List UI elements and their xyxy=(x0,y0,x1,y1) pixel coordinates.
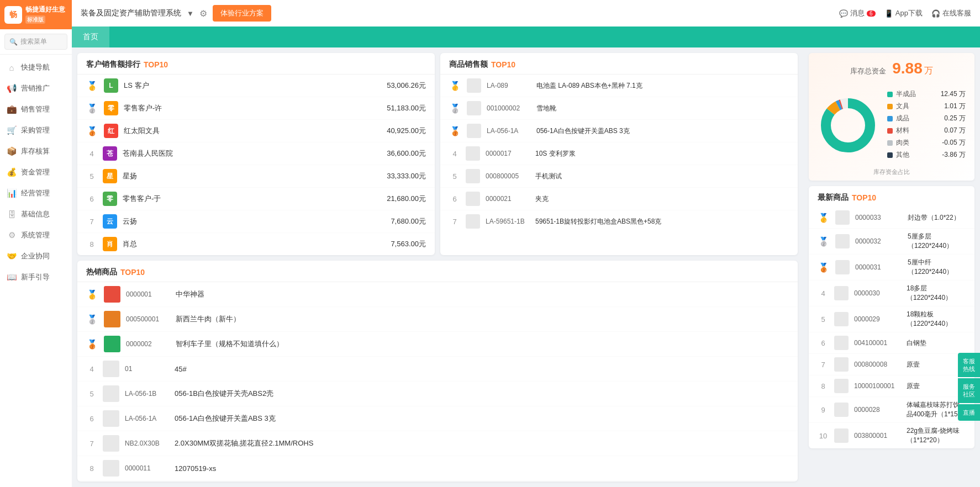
customer-amount-5: 33,333.00元 xyxy=(387,171,426,181)
sidebar-label-system: 系统管理 xyxy=(21,230,50,240)
sidebar-item-quicknav[interactable]: ⌂ 快捷导航 xyxy=(0,57,72,78)
customer-amount-7: 7,680.00元 xyxy=(391,216,426,226)
legend-name-stationery: 文具 xyxy=(896,102,941,111)
sidebar-item-inventory[interactable]: 📦 库存核算 xyxy=(0,141,72,162)
newest-products-list: 🥇 0000033 封边带（1.0*22） 🥈 0000032 5厘多层（122… xyxy=(809,207,974,448)
product-name-4: 10S 变利罗浆 xyxy=(535,149,789,158)
legend-val-other: -3.86 万 xyxy=(942,150,966,160)
sidebar-search[interactable]: 🔍 搜索菜单 xyxy=(0,29,72,55)
customer-rank-row: 5 星 星扬 33,333.00元 xyxy=(77,165,435,188)
product-rank-row: 🥇 LA-089 电池盖 LA-089 ABS本色+黑种 7.1克 xyxy=(440,75,798,97)
sidebar-nav: ⌂ 快捷导航 📢 营销推广 💼 销售管理 🛒 采购管理 📦 库存核算 💰 资金管… xyxy=(0,55,72,487)
service-hotline-btn[interactable]: 客服热线 xyxy=(958,353,980,378)
sidebar-item-finance[interactable]: 💰 资金管理 xyxy=(0,162,72,183)
product-code-2: 001000002 xyxy=(487,104,531,112)
sidebar-label-finance: 资金管理 xyxy=(21,167,50,177)
sidebar-item-purchase[interactable]: 🛒 采购管理 xyxy=(0,120,72,141)
header-title: 装备及固定资产辅助管理系统 xyxy=(81,8,181,18)
customer-amount-1: 53,006.26元 xyxy=(387,81,426,91)
newest-name-8: 原壹 xyxy=(907,382,966,391)
product-img-6 xyxy=(466,192,480,206)
customer-rank-row: 6 零 零售客户-于 21,680.00元 xyxy=(77,188,435,210)
customer-avatar-6: 零 xyxy=(103,192,117,206)
hot-product-img-1 xyxy=(104,286,120,303)
newest-code-9: 0000028 xyxy=(854,406,901,414)
customer-amount-6: 21,680.00元 xyxy=(387,194,426,204)
service-live-btn[interactable]: 直播 xyxy=(958,404,980,421)
tab-home[interactable]: 首页 xyxy=(72,27,109,47)
sidebar-item-marketing[interactable]: 📢 营销推广 xyxy=(0,78,72,99)
product-rank-row: 4 0000017 10S 变利罗浆 xyxy=(440,142,798,165)
hot-product-img-5 xyxy=(103,385,119,402)
app-download-btn[interactable]: 📱 App下载 xyxy=(884,8,923,18)
customer-amount-3: 40,925.00元 xyxy=(387,126,426,136)
logo-text: 畅捷通好生意 标准版 xyxy=(25,6,65,24)
rank-num-8: 8 xyxy=(86,240,97,248)
legend-name-meat: 肉类 xyxy=(896,138,939,147)
customer-ranking-card: 客户销售额排行 TOP10 🥇 L LS 客户 53,006.26元 🥈 xyxy=(77,53,435,255)
rank-num-4: 4 xyxy=(86,150,97,158)
customer-avatar-7: 云 xyxy=(103,214,117,229)
legend-item-finished: 成品 0.25 万 xyxy=(887,114,966,123)
app-name: 畅捷通好生意 xyxy=(25,6,65,14)
legend-item-stationery: 文具 1.01 万 xyxy=(887,102,966,111)
settings-icon[interactable]: ⚙ xyxy=(199,8,207,19)
hot-product-name-5: 056-1B白色按键开关壳ABS2壳 xyxy=(175,389,789,399)
newest-code-10: 003800001 xyxy=(854,432,901,440)
sidebar-item-system[interactable]: ⚙ 系统管理 xyxy=(0,225,72,246)
product-code-5: 000800005 xyxy=(486,172,530,180)
customer-name-7: 云扬 xyxy=(123,216,385,226)
newest-name-6: 白钢垫 xyxy=(907,338,966,348)
legend-name-semifinished: 半成品 xyxy=(896,89,937,99)
legend-item-material: 材料 0.07 万 xyxy=(887,126,966,135)
customer-avatar-2: 零 xyxy=(104,101,118,115)
newest-product-row: 9 0000028 体碱嘉枝味苏打饮品400毫升（1*15） xyxy=(809,397,974,423)
product-ranking-top10: TOP10 xyxy=(491,60,515,69)
rank-num-7: 7 xyxy=(86,218,97,226)
legend-item-semifinished: 半成品 12.45 万 xyxy=(887,89,966,99)
sidebar-item-guide[interactable]: 📖 新手引导 xyxy=(0,267,72,288)
product-img-1 xyxy=(467,78,481,93)
rank-num-p5: 5 xyxy=(449,172,460,181)
donut-area: 半成品 12.45 万 文具 1.01 万 成品 0.25 万 xyxy=(809,84,974,168)
header: 装备及固定资产辅助管理系统 ▼ ⚙ 体验行业方案 💬 消息 6 📱 App下载 … xyxy=(72,0,980,27)
newest-img-8 xyxy=(834,379,849,393)
product-rank-row: 5 000800005 手机测试 xyxy=(440,165,798,188)
purchase-icon: 🛒 xyxy=(7,125,17,135)
newest-img-6 xyxy=(834,336,849,350)
product-name-1: 电池盖 LA-089 ABS本色+黑种 7.1克 xyxy=(536,81,789,91)
product-ranking-title: 商品销售额 xyxy=(449,60,488,70)
sidebar-item-basic[interactable]: 🗄 基础信息 xyxy=(0,204,72,225)
newest-product-row: 🥉 0000031 5厘中纤（1220*2440） xyxy=(809,255,974,280)
newest-code-8: 10000100001 xyxy=(854,382,901,390)
inventory-total: 库存总资金 9.88 万 xyxy=(809,53,974,84)
newest-name-5: 18颗粒板（1220*2440） xyxy=(907,310,966,329)
newest-img-9 xyxy=(834,403,849,417)
online-service-btn[interactable]: 🎧 在线客服 xyxy=(931,8,971,18)
guide-icon: 📖 xyxy=(7,272,17,282)
sidebar-item-sales[interactable]: 💼 销售管理 xyxy=(0,99,72,120)
sidebar-item-collab[interactable]: 🤝 企业协同 xyxy=(0,246,72,267)
system-dropdown[interactable]: ▼ xyxy=(187,9,194,18)
sidebar-label-sales: 销售管理 xyxy=(21,104,50,114)
medal-p2-icon: 🥈 xyxy=(449,103,461,114)
hot-product-name-6: 056-1A白色按键开关盖ABS 3克 xyxy=(175,414,789,424)
hot-product-img-8 xyxy=(103,460,119,477)
sidebar-item-management[interactable]: 📊 经营管理 xyxy=(0,183,72,204)
customer-name-5: 星扬 xyxy=(123,171,381,181)
inventory-value: 9.88 xyxy=(892,60,923,77)
rank-num-5: 5 xyxy=(86,172,97,181)
message-btn[interactable]: 💬 消息 6 xyxy=(839,8,876,18)
try-btn[interactable]: 体验行业方案 xyxy=(213,5,271,22)
search-menu-button[interactable]: 🔍 搜索菜单 xyxy=(4,34,67,50)
newest-products-title: 最新商品 xyxy=(818,193,849,203)
product-code-1: LA-089 xyxy=(487,82,531,89)
medal-2-icon: 🥈 xyxy=(86,103,98,114)
sidebar-label-guide: 新手引导 xyxy=(21,272,50,282)
donut-chart xyxy=(818,95,878,157)
customer-ranking-top10: TOP10 xyxy=(144,60,168,69)
customer-rank-row: 🥇 L LS 客户 53,006.26元 xyxy=(77,75,435,97)
newest-name-9: 体碱嘉枝味苏打饮品400毫升（1*15） xyxy=(907,400,966,419)
service-community-btn[interactable]: 服务社区 xyxy=(958,378,980,403)
hot-product-row: 6 LA-056-1A 056-1A白色按键开关盖ABS 3克 xyxy=(77,406,798,431)
